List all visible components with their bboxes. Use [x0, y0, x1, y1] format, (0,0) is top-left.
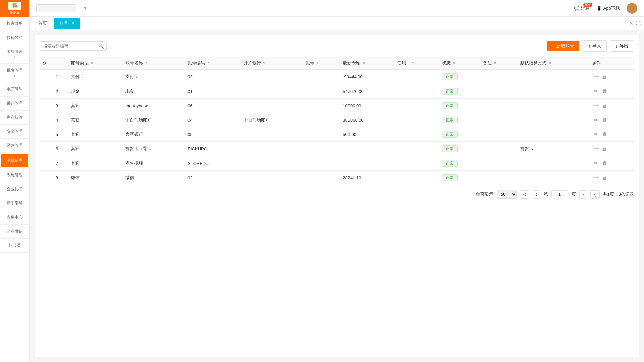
sidebar-item-label: 基础信息 — [3, 158, 26, 163]
col-account[interactable]: 账号 ⇅ — [303, 57, 340, 70]
row-type: 微信 — [68, 171, 123, 185]
next-page-button[interactable]: ⟩ — [579, 190, 587, 199]
delete-button[interactable]: 🗑 — [601, 116, 609, 123]
sidebar-item-operations[interactable]: 经营管理 — [0, 139, 29, 153]
delete-button[interactable]: 🗑 — [601, 73, 609, 80]
row-name: 微信 — [123, 171, 185, 185]
sidebar-item-basic-info[interactable]: 基础信息 — [1, 154, 28, 168]
add-account-button[interactable]: + 新增账号 — [547, 41, 579, 51]
sidebar-item-wechat[interactable]: 企业微信 — [0, 225, 29, 239]
settings-icon[interactable]: ⚙ — [42, 61, 46, 66]
row-check[interactable] — [40, 99, 53, 113]
sidebar-item-member[interactable]: 畅会员 — [0, 239, 29, 253]
close-window-icon[interactable]: ✕ — [629, 21, 633, 26]
col-status[interactable]: 状态 ⇅ — [439, 57, 480, 70]
col-remark[interactable]: 备注 ⇅ — [480, 57, 518, 70]
dropdown-arrow-icon[interactable]: ▼ — [83, 6, 87, 11]
col-default-settle[interactable]: 默认结算方式 ⇅ — [518, 57, 589, 70]
sidebar-item-label: 快捷导航 — [2, 35, 28, 41]
tab-account[interactable]: 账号 ✕ — [54, 18, 80, 29]
sidebar-item-system[interactable]: 系统管理 — [0, 168, 29, 182]
col-name[interactable]: 账号名称 ⇅ — [123, 57, 185, 70]
delete-button[interactable]: 🗑 — [601, 160, 609, 167]
delete-button[interactable]: 🗑 — [601, 174, 609, 181]
edit-button[interactable]: ✏ — [592, 160, 600, 167]
status-badge: 正常 — [442, 131, 458, 138]
row-code: 02 — [185, 171, 241, 185]
col-type-label: 账号类型 — [71, 60, 89, 65]
sidebar-item-guide[interactable]: 新手引导 — [0, 196, 29, 210]
col-balance[interactable]: 最新余额 ⇅ — [340, 57, 395, 70]
col-usage[interactable]: 使用... ⇅ — [395, 57, 439, 70]
page-input[interactable] — [551, 190, 568, 198]
row-balance — [340, 156, 395, 171]
sidebar-item-inventory[interactable]: 库存核算 — [0, 111, 29, 125]
col-type[interactable]: 账号类型 ⇅ — [68, 57, 123, 70]
user-avatar[interactable] — [627, 3, 637, 14]
status-badge: 正常 — [442, 73, 458, 80]
edit-button[interactable]: ✏ — [592, 145, 600, 153]
row-check[interactable] — [40, 156, 53, 171]
row-check[interactable] — [40, 84, 53, 99]
export-button[interactable]: ↓ 导出 — [610, 40, 634, 52]
per-page-select[interactable]: 50 100 200 — [497, 190, 517, 199]
delete-button[interactable]: 🗑 — [601, 87, 609, 95]
row-check[interactable] — [40, 70, 53, 84]
row-type: 其它 — [68, 127, 123, 142]
status-badge: 正常 — [442, 145, 458, 152]
row-type: 其它 — [68, 156, 123, 171]
maximize-window-icon[interactable]: ⛶ — [636, 21, 641, 26]
top-search-input[interactable] — [36, 4, 76, 12]
sort-bank-icon: ⇅ — [263, 61, 266, 65]
sidebar-item-ecommerce[interactable]: 电商管理 — [0, 82, 29, 97]
col-bank[interactable]: 开户银行 ⇅ — [241, 57, 303, 70]
edit-button[interactable]: ✏ — [592, 174, 600, 181]
status-badge: 正常 — [442, 117, 458, 123]
edit-button[interactable]: ✏ — [592, 131, 600, 138]
sidebar-item-shortcut[interactable]: 快捷导航 — [0, 31, 29, 45]
tab-home[interactable]: 首页 — [33, 18, 52, 29]
import-button[interactable]: ↑ 导入 — [583, 40, 607, 52]
row-remark — [480, 127, 518, 142]
app-download-button[interactable]: 📱 App下载 — [596, 5, 620, 11]
search-input[interactable] — [40, 41, 107, 51]
sort-type-icon: ⇅ — [91, 61, 93, 65]
row-action: ✏ 🗑 — [589, 156, 634, 171]
row-check[interactable] — [40, 127, 53, 142]
delete-button[interactable]: 🗑 — [601, 102, 609, 109]
row-check[interactable] — [40, 142, 53, 156]
sidebar-item-finance[interactable]: 资金管理 — [0, 125, 29, 139]
sort-account-icon: ⇅ — [316, 61, 319, 65]
table-header-row: ⚙ 账号类型 ⇅ 账号名称 ⇅ 账号编码 ⇅ — [40, 57, 634, 70]
row-check[interactable] — [40, 113, 53, 127]
message-icon: 💬 — [574, 6, 579, 11]
sidebar-item-search[interactable]: 搜索菜单 — [0, 17, 29, 31]
row-remark — [480, 142, 518, 156]
sidebar-item-enterprise[interactable]: 企业协同 — [0, 182, 29, 196]
sidebar-item-app-center[interactable]: 应用中心 — [0, 210, 29, 225]
sidebar-item-label: 电商管理 — [2, 86, 28, 92]
edit-button[interactable]: ✏ — [592, 73, 600, 80]
row-check[interactable] — [40, 171, 53, 185]
sidebar-item-wholesale[interactable]: 批发管理 ▼ — [0, 64, 29, 82]
delete-button[interactable]: 🗑 — [601, 145, 609, 152]
edit-button[interactable]: ✏ — [592, 116, 600, 124]
row-type: 现金 — [68, 84, 123, 99]
first-page-button[interactable]: ⟨⟨ — [520, 190, 529, 199]
row-remark — [480, 99, 518, 113]
sidebar-item-purchase[interactable]: 采购管理 — [0, 97, 29, 111]
row-account — [303, 70, 340, 84]
tab-close-icon[interactable]: ✕ — [71, 21, 75, 26]
export-icon: ↓ — [616, 44, 618, 49]
row-account — [303, 156, 340, 171]
row-code: 06 — [185, 99, 241, 113]
sidebar-item-label: 企业微信 — [2, 229, 28, 234]
sidebar-item-retail[interactable]: 零售管理 ▼ — [0, 45, 29, 64]
message-button[interactable]: 💬 消息 99+ — [574, 5, 590, 11]
edit-button[interactable]: ✏ — [592, 102, 600, 109]
last-page-button[interactable]: ⟩⟩ — [590, 190, 600, 199]
col-code[interactable]: 账号编码 ⇅ — [185, 57, 241, 70]
delete-button[interactable]: 🗑 — [601, 131, 609, 138]
edit-button[interactable]: ✏ — [592, 87, 600, 95]
prev-page-button[interactable]: ⟨ — [533, 190, 540, 199]
